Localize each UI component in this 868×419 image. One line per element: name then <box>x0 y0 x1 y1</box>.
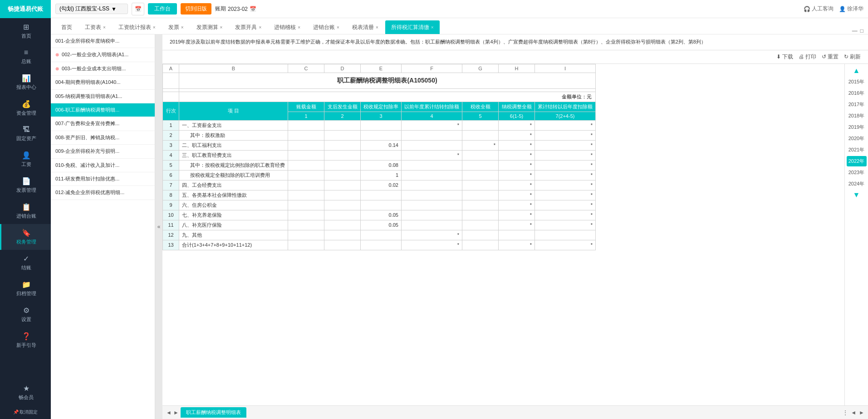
list-item-008[interactable]: 008-资产折旧、摊销及纳税... <box>51 131 155 145</box>
print-button[interactable]: 🖨 打印 <box>799 53 816 61</box>
list-item-006[interactable]: 006-职工薪酬纳税调整明细... <box>51 103 155 117</box>
maximize-icon[interactable]: □ <box>860 28 863 34</box>
close-icon[interactable]: × <box>376 25 378 30</box>
more-options-icon[interactable]: ⋮ <box>843 409 848 416</box>
list-item-004-label: 004-期间费用明细表(A1040... <box>55 79 121 85</box>
support-button[interactable]: 🎧 人工客询 <box>804 5 834 13</box>
year-2015[interactable]: 2015年 <box>847 77 867 87</box>
salary-icon: 👤 <box>22 151 31 160</box>
tab-sales-ledger-label: 进销台账 <box>313 24 335 31</box>
close-icon[interactable]: × <box>103 25 106 30</box>
headset-icon: 🎧 <box>804 6 810 12</box>
list-item-011[interactable]: 011-研发费用加计扣除优惠... <box>51 172 155 186</box>
cancel-pin-button[interactable]: 📌 取消固定 <box>0 405 51 419</box>
list-item-012[interactable]: 012-减免企业所得税优惠明细... <box>51 186 155 200</box>
sidebar-item-ledger[interactable]: ≡ 总账 <box>0 44 51 69</box>
sidebar-item-settings[interactable]: ⚙ 设置 <box>0 302 51 327</box>
user-menu[interactable]: 👤 徐泽华 <box>839 5 863 13</box>
ledger-icon: ≡ <box>24 49 28 57</box>
period-display: 账期 2023-02 📅 <box>215 5 256 13</box>
sidebar-item-reports[interactable]: 📊 报表中心 <box>0 69 51 95</box>
year-2022[interactable]: 2022年 <box>847 156 867 166</box>
unit-row: 金额单位：元 <box>163 92 596 102</box>
refresh-icon: ↻ <box>844 54 848 60</box>
warning-notice: 2019年度涉及取以前年度结转数据的申报表单元格需要手工维护正确，才能保证本年及… <box>162 34 868 50</box>
workspace-button[interactable]: 工作台 <box>148 3 177 15</box>
close-icon[interactable]: × <box>259 25 261 30</box>
calendar-icon-btn[interactable]: 📅 <box>132 3 144 15</box>
sidebar-item-funds[interactable]: 💰 资金管理 <box>0 95 51 121</box>
tab-invoice-issue[interactable]: 发票开具 × <box>229 20 267 34</box>
list-item-008-label: 008-资产折旧、摊销及纳税... <box>55 135 119 140</box>
year-2016[interactable]: 2016年 <box>847 88 867 98</box>
list-item-005[interactable]: 005-纳税调整项目明细表(A1... <box>51 90 155 103</box>
year-2019[interactable]: 2019年 <box>847 122 867 132</box>
tab-invoice-calc[interactable]: 发票测算 × <box>191 20 229 34</box>
list-item-001[interactable]: 001-企业所得税年度纳税申... <box>51 34 155 48</box>
year-scroll-up[interactable]: ▲ <box>852 66 861 76</box>
sidebar-item-salary-label: 工资 <box>21 161 31 168</box>
switch-button[interactable]: 切到旧版 <box>181 3 211 15</box>
company-selector[interactable]: (勾划) 江西股宝-LSS ▼ <box>55 4 128 14</box>
year-scroll-down[interactable]: ▼ <box>852 190 861 200</box>
close-icon[interactable]: × <box>153 25 156 30</box>
sidebar-item-salary[interactable]: 👤 工资 <box>0 146 51 172</box>
list-item-004[interactable]: 004-期间费用明细表(A1040... <box>51 76 155 89</box>
close-icon[interactable]: × <box>220 25 223 30</box>
sidebar-item-archive[interactable]: 📁 归档管理 <box>0 276 51 302</box>
scroll-right-icon[interactable]: ► <box>859 409 864 416</box>
sidebar-item-home[interactable]: ⊞ 首页 <box>0 18 51 44</box>
list-item-009[interactable]: 009-企业所得税补充亏损明... <box>51 145 155 158</box>
collapse-panel[interactable]: « <box>155 34 162 419</box>
th-rownum: 行次 <box>163 102 179 120</box>
scroll-left-icon[interactable]: ◄ <box>851 409 856 416</box>
tab-invoice[interactable]: 发票 × <box>162 20 190 34</box>
th-c7: 累计结转以后年度扣除额 <box>535 102 596 112</box>
list-item-010[interactable]: 010-免税、减计收入及加计... <box>51 159 155 172</box>
spreadsheet-main[interactable]: A B C D E F G H I 职工 <box>162 64 844 405</box>
tab-tax-book[interactable]: 税表清册 × <box>346 20 384 34</box>
close-icon[interactable]: × <box>298 25 300 30</box>
sidebar-item-assets[interactable]: 🏗 固定资产 <box>0 121 51 146</box>
year-2024[interactable]: 2024年 <box>847 179 867 189</box>
close-icon[interactable]: × <box>181 25 184 30</box>
sidebar-item-invoice[interactable]: 📄 发票管理 <box>0 172 51 198</box>
bottom-tab-nav-right[interactable]: ► <box>173 409 179 416</box>
close-icon[interactable]: × <box>431 25 434 30</box>
refresh-button[interactable]: ↻ 刷新 <box>844 53 861 61</box>
tab-sales-verify[interactable]: 进销稽核 × <box>268 20 306 34</box>
vip-icon: ★ <box>23 384 29 393</box>
minimize-icon[interactable]: — <box>852 28 858 34</box>
tab-sales-ledger[interactable]: 进销台账 × <box>307 20 345 34</box>
sidebar-item-tax[interactable]: 🔖 税务管理 <box>0 224 51 250</box>
year-2017[interactable]: 2017年 <box>847 99 867 110</box>
tab-home[interactable]: 首页 <box>55 20 78 34</box>
reset-button[interactable]: ↺ 重置 <box>822 53 839 61</box>
list-item-007[interactable]: 007-广告费和业务宣传费摊... <box>51 117 155 131</box>
close-icon[interactable]: × <box>337 25 339 30</box>
archive-icon: 📁 <box>22 280 31 289</box>
col-g: G <box>462 64 499 73</box>
download-button[interactable]: ⬇ 下载 <box>776 53 793 61</box>
th-c1: 账载金额 <box>288 102 324 112</box>
list-item-003[interactable]: ⊗ 003-一般企业成本支出明细... <box>51 62 155 76</box>
tab-salary[interactable]: 工资表 × <box>79 20 112 34</box>
tab-invoice-calc-label: 发票测算 <box>196 24 218 31</box>
left-panel: 001-企业所得税年度纳税申... ⊗ 002-一般企业收入明细表(A1... … <box>51 34 155 419</box>
tab-salary-stats[interactable]: 工资统计报表 × <box>113 20 162 34</box>
table-row: 7 四、工会经费支出 0.02 * * <box>163 180 596 190</box>
list-item-002[interactable]: ⊗ 002-一般企业收入明细表(A1... <box>51 48 155 62</box>
bottom-tab-nav-left[interactable]: ◄ <box>166 409 172 416</box>
table-row: 1 一、工资薪金支出 * * * <box>163 120 596 130</box>
year-2023[interactable]: 2023年 <box>847 167 867 178</box>
error-icon: ⊗ <box>55 52 59 57</box>
bottom-tab-sheet[interactable]: 职工薪酬纳税调整明细表 <box>181 407 246 418</box>
sidebar-item-vip[interactable]: ★ 畅会员 <box>0 380 51 405</box>
year-2021[interactable]: 2021年 <box>847 145 867 155</box>
tab-income-tax[interactable]: 所得税汇算清缴 × <box>385 20 440 34</box>
year-2018[interactable]: 2018年 <box>847 111 867 121</box>
sidebar-item-close[interactable]: ✓ 结账 <box>0 250 51 276</box>
year-2020[interactable]: 2020年 <box>847 133 867 144</box>
sidebar-item-sales[interactable]: 📋 进销台账 <box>0 198 51 224</box>
sidebar-item-guide[interactable]: ❓ 新手引导 <box>0 327 51 353</box>
